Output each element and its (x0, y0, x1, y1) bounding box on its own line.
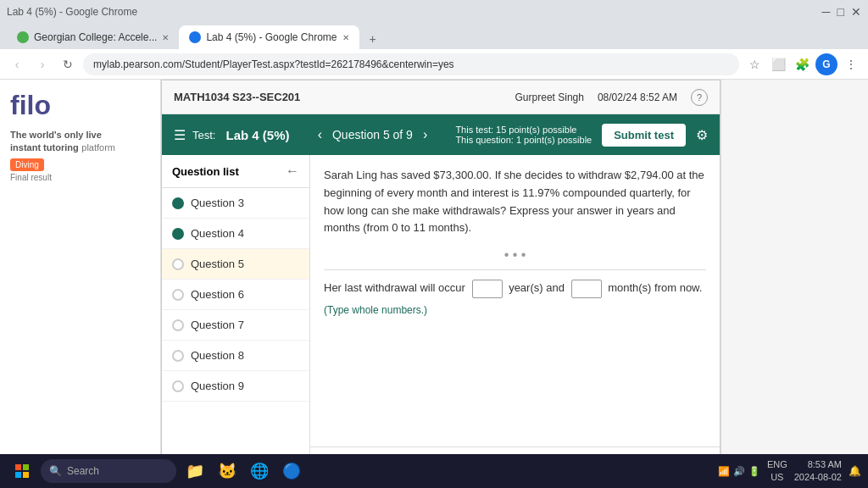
close-btn[interactable]: ✕ (851, 5, 861, 19)
list-item[interactable]: Question 4 (162, 219, 309, 249)
bookmark-star-icon[interactable]: ☆ (744, 54, 765, 75)
taskbar: 🔍 Search 📁 🐱 🌐 🔵 📶 🔊 🔋 ENGUS 8:53 AM 202… (0, 454, 868, 488)
nav-actions: ☆ ⬜ 🧩 G ⋮ (744, 53, 861, 75)
volume-icon: 🔊 (733, 466, 745, 477)
cat-icon: 🐱 (218, 462, 236, 480)
question-list-scroll[interactable]: Question 3 Question 4 Question 5 Questio… (162, 188, 309, 487)
svg-rect-2 (15, 472, 21, 478)
list-item[interactable]: Question 5 (162, 249, 309, 280)
filo-tagline: The world's only live instant tutoring p… (10, 128, 150, 153)
type-note: (Type whole numbers.) (324, 304, 427, 316)
this-test-label: This test: (455, 125, 493, 135)
refresh-button[interactable]: ↻ (58, 54, 78, 75)
new-tab-button[interactable]: + (363, 29, 383, 49)
q8-label: Question 8 (191, 349, 244, 362)
screenshot-icon[interactable]: ⬜ (768, 54, 788, 75)
window-title: Lab 4 (5%) - Google Chrome (7, 6, 137, 18)
forward-button[interactable]: › (32, 54, 53, 75)
this-question-points: 1 point(s) possible (516, 135, 592, 145)
svg-rect-1 (23, 464, 29, 470)
tab-close-lab4[interactable]: ✕ (342, 33, 349, 42)
extensions-icon[interactable]: 🧩 (792, 54, 812, 75)
months-input[interactable] (571, 280, 602, 298)
address-bar[interactable]: mylab.pearson.com/Student/PlayerTest.asp… (83, 53, 739, 75)
taskbar-app-cat[interactable]: 🐱 (212, 456, 242, 486)
filo-sidebar: filo The world's only live instant tutor… (0, 80, 161, 488)
next-question-button[interactable]: › (423, 127, 427, 142)
help-button[interactable]: ? (691, 89, 708, 106)
list-item[interactable]: Question 7 (162, 310, 309, 341)
svg-rect-3 (23, 472, 29, 478)
q8-radio (172, 350, 184, 362)
filo-tagline-instant: instant tutoring (10, 142, 79, 152)
notification-icon[interactable]: 🔔 (849, 465, 861, 477)
tab-close-georgian[interactable]: ✕ (162, 33, 169, 42)
chrome-icon: 🔵 (282, 462, 301, 480)
minimize-btn[interactable]: ─ (822, 5, 831, 19)
collapse-list-button[interactable]: ← (286, 164, 299, 179)
list-item[interactable]: Question 6 (162, 280, 309, 310)
prev-question-button[interactable]: ‹ (318, 127, 322, 142)
list-item[interactable]: Question 3 (162, 188, 309, 219)
course-info-right: Gurpreet Singh 08/02/24 8:52 AM ? (515, 89, 708, 106)
q4-label: Question 4 (191, 227, 244, 240)
course-date: 08/02/24 8:52 AM (598, 92, 677, 103)
language-indicator: ENGUS (767, 458, 787, 485)
question-nav: ‹ Question 5 of 9 › (318, 127, 428, 142)
right-panel (721, 80, 868, 488)
start-button[interactable] (7, 459, 37, 483)
content-area: Question list ← Question 3 Question 4 Qu… (162, 155, 720, 487)
svg-rect-0 (15, 464, 21, 470)
taskbar-app-edge[interactable]: 🌐 (244, 456, 275, 486)
this-test-points: 15 point(s) possible (496, 125, 576, 135)
title-bar: Lab 4 (5%) - Google Chrome ─ □ ✕ (0, 0, 868, 24)
q7-label: Question 7 (191, 319, 244, 331)
years-input[interactable] (472, 280, 503, 298)
q7-radio (172, 319, 184, 331)
test-header-left: ☰ Test: Lab 4 (5%) (174, 127, 289, 143)
q6-label: Question 6 (191, 288, 244, 301)
wifi-icon: 📶 (718, 466, 730, 477)
test-header-right: This test: 15 point(s) possible This que… (455, 124, 708, 147)
filo-logo-text: filo (10, 90, 51, 121)
points-info: This test: 15 point(s) possible This que… (455, 125, 592, 145)
tab-favicon-georgian (17, 31, 29, 43)
test-label: Test: (192, 129, 215, 141)
tab-bar: Georgian College: Accele... ✕ Lab 4 (5%)… (0, 24, 868, 49)
taskbar-date-display: 2024-08-02 (794, 471, 842, 484)
q6-radio (172, 289, 184, 301)
profile-button[interactable]: G (815, 53, 837, 75)
battery-icon: 🔋 (748, 466, 760, 477)
tab-georgian[interactable]: Georgian College: Accele... ✕ (7, 25, 179, 49)
tab-favicon-lab4 (189, 31, 201, 43)
q9-radio (172, 380, 184, 392)
q9-label: Question 9 (191, 380, 244, 392)
taskbar-search[interactable]: 🔍 Search (41, 459, 176, 483)
filo-tagline-platform: platform (81, 142, 115, 152)
answer-area: Her last withdrawal will occur year(s) a… (324, 277, 706, 321)
test-title: Lab 4 (5%) (225, 128, 289, 142)
question-list-header: Question list ← (162, 155, 309, 188)
taskbar-right: 📶 🔊 🔋 ENGUS 8:53 AM 2024-08-02 🔔 (718, 458, 861, 485)
year-suffix: year(s) and (509, 281, 565, 294)
list-item[interactable]: Question 8 (162, 341, 309, 371)
list-item[interactable]: Question 9 (162, 371, 309, 402)
question-divider (324, 269, 706, 270)
expand-dots[interactable]: • • • (324, 247, 706, 263)
month-suffix: month(s) from now. (608, 281, 702, 294)
menu-icon[interactable]: ☰ (174, 127, 186, 143)
main-window: MATH1034 S23--SEC201 Gurpreet Singh 08/0… (161, 80, 721, 488)
settings-icon[interactable]: ⚙ (696, 127, 708, 143)
submit-test-button[interactable]: Submit test (602, 124, 686, 147)
course-title: MATH1034 S23--SEC201 (174, 91, 300, 103)
taskbar-app-chrome[interactable]: 🔵 (276, 456, 307, 486)
tab-lab4[interactable]: Lab 4 (5%) - Google Chrome ✕ (179, 25, 359, 49)
q5-radio (172, 258, 184, 270)
maximize-btn[interactable]: □ (837, 5, 844, 19)
more-options-icon[interactable]: ⋮ (841, 54, 861, 75)
back-button[interactable]: ‹ (7, 54, 27, 75)
taskbar-app-files[interactable]: 📁 (180, 456, 210, 486)
question-list-panel: Question list ← Question 3 Question 4 Qu… (162, 155, 310, 487)
answer-prefix: Her last withdrawal will occur (324, 281, 465, 294)
q3-radio (172, 197, 184, 209)
